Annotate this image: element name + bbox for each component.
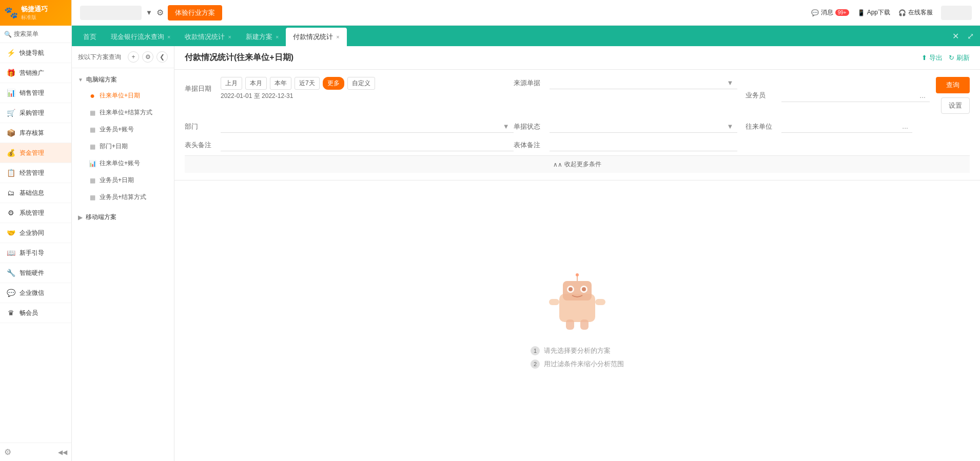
- sidebar-item-guide[interactable]: 📖 新手引导: [0, 243, 71, 263]
- scheme-item-unit-account[interactable]: 📊 往来单位+账号: [72, 155, 174, 172]
- filter-dept-col: 部门 ▼: [185, 121, 514, 133]
- arrow-down-icon: ▼: [78, 77, 83, 83]
- scheme-item-staff-date[interactable]: ▦ 业务员+日期: [72, 172, 174, 189]
- message-action[interactable]: 💬 消息 99+: [811, 8, 849, 17]
- head-note-input[interactable]: [221, 139, 514, 151]
- date-btn-custom[interactable]: 自定义: [347, 77, 375, 90]
- sidebar-settings-icon[interactable]: ⚙: [4, 447, 11, 457]
- trial-button[interactable]: 体验行业方案: [168, 5, 222, 21]
- quick-nav-icon: ⚡: [6, 48, 15, 57]
- app-download-action[interactable]: 📱 App下载: [857, 8, 890, 17]
- related-unit-select[interactable]: ...: [781, 120, 912, 133]
- tab-home[interactable]: 首页: [76, 28, 104, 46]
- scheme-item-label: 往来单位+日期: [100, 91, 140, 100]
- left-panel: 按以下方案查询 + ⚙ ❮ ▼ 电脑端方案 ● 往来单位+日期: [72, 46, 174, 461]
- sidebar-item-capital[interactable]: 💰 资金管理: [0, 143, 71, 163]
- sidebar-item-label: 快捷导航: [19, 49, 44, 57]
- date-btn-7days[interactable]: 近7天: [295, 77, 320, 90]
- refresh-button[interactable]: ↻ 刷新: [949, 53, 970, 63]
- tab-bank-flow-close[interactable]: ×: [167, 34, 170, 40]
- main-area: ▼ ⚙ 体验行业方案 💬 消息 99+ 📱 App下载 🎧 在线客服 首页: [72, 0, 980, 461]
- headset-icon: 🎧: [898, 9, 906, 16]
- query-button[interactable]: 查询: [936, 77, 970, 93]
- topbar-right: 💬 消息 99+ 📱 App下载 🎧 在线客服: [811, 6, 972, 20]
- date-btn-last-month[interactable]: 上月: [221, 77, 242, 90]
- sidebar-item-system[interactable]: ⚙ 系统管理: [0, 203, 71, 223]
- export-label: 导出: [929, 53, 943, 63]
- tab-income-stats[interactable]: 收款情况统计 ×: [178, 28, 238, 46]
- topbar-settings-icon[interactable]: ⚙: [156, 8, 164, 17]
- sidebar-item-quick-nav[interactable]: ⚡ 快捷导航: [0, 43, 71, 63]
- scheme-settings-button[interactable]: ⚙: [142, 51, 153, 63]
- date-btn-more[interactable]: 更多: [323, 77, 344, 90]
- sidebar-item-sales[interactable]: 📊 销售管理: [0, 83, 71, 103]
- date-buttons: 上月 本月 本年 近7天 更多 自定义: [221, 77, 375, 90]
- tab-income-stats-close[interactable]: ×: [228, 34, 231, 40]
- export-button[interactable]: ⬆ 导出: [922, 53, 943, 63]
- order-status-select[interactable]: ▼: [550, 121, 738, 133]
- tab-bank-flow[interactable]: 现金银行流水查询 ×: [104, 28, 178, 46]
- dept-label: 部门: [185, 122, 221, 131]
- date-btn-this-year[interactable]: 本年: [270, 77, 291, 90]
- body-note-input[interactable]: [550, 139, 738, 151]
- related-unit-label: 往来单位: [746, 122, 781, 131]
- desktop-group-title[interactable]: ▼ 电脑端方案: [72, 72, 174, 87]
- sidebar-item-purchase[interactable]: 🛒 采购管理: [0, 103, 71, 123]
- tab-income-stats-label: 收款情况统计: [185, 32, 225, 42]
- wechat-icon: 💬: [6, 288, 15, 297]
- hardware-icon: 🔧: [6, 268, 15, 277]
- svg-point-5: [582, 287, 586, 291]
- sidebar-item-basic[interactable]: 🗂 基础信息: [0, 183, 71, 203]
- sidebar-collapse-icon[interactable]: ◀◀: [58, 449, 67, 456]
- scheme-item-unit-date[interactable]: ● 往来单位+日期: [72, 87, 174, 104]
- sidebar-item-label: 智能硬件: [19, 269, 44, 277]
- sidebar-item-management[interactable]: 📋 经营管理: [0, 163, 71, 183]
- scheme-item-staff-account[interactable]: ▦ 业务员+账号: [72, 121, 174, 138]
- filter-settings-button[interactable]: 设置: [941, 97, 970, 114]
- sidebar-item-enterprise[interactable]: 🤝 企业协同: [0, 223, 71, 243]
- scheme-item-label: 业务员+结算方式: [100, 193, 146, 202]
- topbar-dropdown-icon[interactable]: ▼: [146, 9, 152, 16]
- inventory-icon: 📦: [6, 128, 15, 137]
- source-label: 来源单据: [514, 78, 550, 88]
- mobile-scheme-group[interactable]: ▶ 移动端方案: [72, 210, 174, 225]
- sidebar-item-member[interactable]: ♛ 畅会员: [0, 303, 71, 323]
- staff-label: 业务员: [746, 91, 781, 100]
- tab-payment-stats-close[interactable]: ×: [336, 34, 339, 40]
- enterprise-icon: 🤝: [6, 228, 15, 237]
- staff-select[interactable]: ...: [781, 89, 930, 102]
- staff-dots-icon[interactable]: ...: [919, 91, 926, 99]
- scheme-item-staff-settlement[interactable]: ▦ 业务员+结算方式: [72, 189, 174, 206]
- scheme-table-icon5: ▦: [88, 193, 96, 202]
- add-scheme-button[interactable]: +: [128, 51, 139, 63]
- service-action[interactable]: 🎧 在线客服: [898, 8, 933, 17]
- svg-rect-1: [563, 281, 592, 300]
- collapse-panel-button[interactable]: ❮: [156, 51, 168, 63]
- scheme-item-label: 业务员+账号: [100, 125, 134, 134]
- sidebar-item-hardware[interactable]: 🔧 智能硬件: [0, 263, 71, 283]
- scheme-item-dept-date[interactable]: ▦ 部门+日期: [72, 138, 174, 155]
- scheme-item-label: 部门+日期: [100, 142, 128, 151]
- date-btn-this-month[interactable]: 本月: [245, 77, 267, 90]
- sidebar-item-inventory[interactable]: 📦 库存核算: [0, 123, 71, 143]
- topbar: ▼ ⚙ 体验行业方案 💬 消息 99+ 📱 App下载 🎧 在线客服: [72, 0, 980, 26]
- tab-payment-stats[interactable]: 付款情况统计 ×: [286, 28, 346, 46]
- empty-tips: 1 请先选择要分析的方案 2 用过滤条件来缩小分析范围: [531, 344, 624, 371]
- page-title: 付款情况统计(往来单位+日期): [185, 52, 293, 63]
- active-scheme-icon: ●: [88, 92, 96, 100]
- tab-new-plan[interactable]: 新建方案 ×: [239, 28, 286, 46]
- svg-rect-10: [566, 319, 574, 330]
- sidebar-item-marketing[interactable]: 🎁 营销推广: [0, 63, 71, 83]
- sidebar-item-wechat[interactable]: 💬 企业微信: [0, 283, 71, 303]
- tab-new-plan-close[interactable]: ×: [276, 34, 279, 40]
- sidebar-search[interactable]: 🔍 搜索菜单: [0, 26, 71, 43]
- scheme-table-icon: ▦: [88, 109, 96, 117]
- scheme-item-unit-settlement[interactable]: ▦ 往来单位+结算方式: [72, 104, 174, 121]
- collapse-filter-button[interactable]: ∧∧ 收起更多条件: [185, 155, 970, 173]
- related-unit-dots-icon[interactable]: ...: [902, 122, 908, 130]
- marketing-icon: 🎁: [6, 68, 15, 77]
- dept-select[interactable]: ▼: [221, 121, 514, 133]
- tab-close-all-icon[interactable]: ✕: [950, 29, 961, 43]
- source-select[interactable]: ▼: [550, 77, 738, 89]
- tab-maximize-icon[interactable]: ⤢: [965, 29, 976, 43]
